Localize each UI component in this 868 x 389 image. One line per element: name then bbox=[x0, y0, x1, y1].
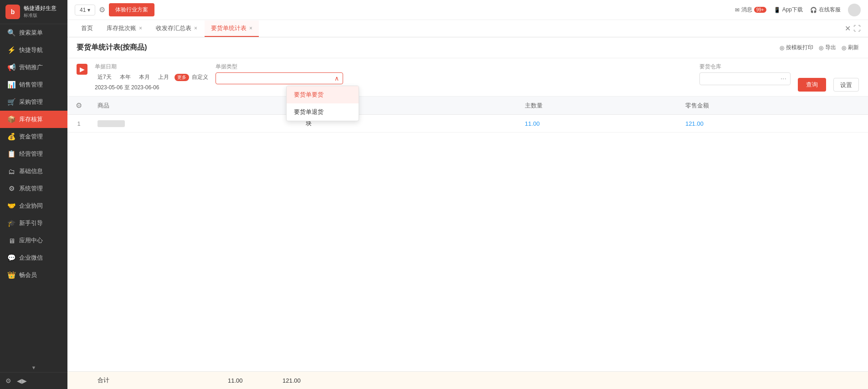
tab-3[interactable]: 要货单统计表× bbox=[205, 20, 259, 37]
window-expand-btn[interactable]: ⛶ bbox=[853, 25, 861, 33]
window-close-btn[interactable]: ✕ bbox=[845, 24, 851, 33]
sidebar-item-系统管理[interactable]: ⚙系统管理 bbox=[0, 180, 67, 197]
sidebar-label-7: 经营管理 bbox=[19, 150, 43, 158]
action-btn-按模板打印[interactable]: ◎按模板打印 bbox=[780, 44, 813, 51]
topbar-settings-icon[interactable]: ⚙ bbox=[99, 5, 105, 14]
warehouse-filter-input-wrapper: ··· bbox=[699, 72, 791, 85]
data-table: ⚙ 商品 主计量单位 主数量 零售金额 1 ██████ 块 11.00 121… bbox=[67, 97, 868, 133]
date-range-display: 2023-05-06 至 2023-06-06 bbox=[95, 84, 208, 92]
sidebar-label-12: 应用中心 bbox=[19, 236, 43, 245]
tab-1[interactable]: 库存批次账× bbox=[100, 20, 149, 37]
row-amount-0: 121.00 bbox=[678, 115, 868, 133]
warehouse-filter-label: 要货仓库 bbox=[699, 63, 791, 71]
date-custom-btn[interactable]: 自定义 bbox=[192, 73, 208, 81]
trial-button[interactable]: 体验行业方案 bbox=[109, 3, 154, 16]
sidebar-item-企业协同[interactable]: 🤝企业协同 bbox=[0, 197, 67, 215]
sidebar-label-11: 新手引导 bbox=[19, 219, 43, 227]
type-filter-input-wrapper: ∧ bbox=[216, 72, 343, 84]
product-name-blurred-0: ██████ bbox=[98, 120, 125, 127]
type-filter-group: 单据类型 ∧ bbox=[216, 63, 343, 84]
dropdown-option-要货单退货[interactable]: 要货单退货 bbox=[287, 103, 359, 121]
filter-expand-btn[interactable]: ▶ bbox=[77, 64, 87, 75]
footer-total-amount: 121.00 bbox=[275, 377, 330, 384]
message-icon: ✉ bbox=[735, 7, 740, 13]
query-button[interactable]: 查询 bbox=[798, 78, 826, 92]
row-seq-0: 1 bbox=[67, 115, 90, 133]
footer-total-qty: 11.00 bbox=[221, 377, 275, 384]
tab-close-3[interactable]: × bbox=[249, 25, 252, 31]
service-link[interactable]: 🎧 在线客服 bbox=[810, 6, 841, 14]
sidebar-item-应用中心[interactable]: 🖥应用中心 bbox=[0, 232, 67, 249]
sidebar-item-畅会员[interactable]: 👑畅会员 bbox=[0, 266, 67, 284]
type-filter-input[interactable] bbox=[220, 75, 334, 82]
column-settings-icon[interactable]: ⚙ bbox=[76, 102, 82, 109]
warehouse-filter-input[interactable] bbox=[704, 76, 781, 82]
tab-2[interactable]: 收发存汇总表× bbox=[149, 20, 204, 37]
sidebar-item-企业微信[interactable]: 💬企业微信 bbox=[0, 249, 67, 266]
action-btn-刷新[interactable]: ◎刷新 bbox=[842, 44, 859, 51]
date-filter-group: 单据日期 近7天本年本月上月 更多 自定义 2023-05-06 至 2023-… bbox=[95, 63, 208, 92]
table-col-qty: 主数量 bbox=[518, 97, 678, 115]
setting-button[interactable]: 设置 bbox=[833, 78, 859, 92]
table-col-settings: ⚙ bbox=[67, 97, 90, 115]
date-btn-本年[interactable]: 本年 bbox=[117, 72, 134, 82]
sidebar-item-销售管理[interactable]: 📊销售管理 bbox=[0, 76, 67, 93]
service-label: 在线客服 bbox=[819, 6, 841, 14]
sidebar-item-营销推广[interactable]: 📢营销推广 bbox=[0, 59, 67, 76]
tab-0[interactable]: 首页 bbox=[75, 20, 99, 37]
table-col-amount: 零售金额 bbox=[678, 97, 868, 115]
sidebar-label-4: 采购管理 bbox=[19, 98, 43, 106]
date-filter-row: 近7天本年本月上月 更多 自定义 bbox=[95, 72, 208, 82]
page-actions: ◎按模板打印◎导出◎刷新 bbox=[780, 44, 859, 51]
date-btn-上月[interactable]: 上月 bbox=[155, 72, 172, 82]
tabbar: 首页库存批次账×收发存汇总表×要货单统计表× ✕ ⛶ bbox=[67, 20, 868, 37]
date-btn-近7天[interactable]: 近7天 bbox=[95, 72, 114, 82]
sidebar-item-采购管理[interactable]: 🛒采购管理 bbox=[0, 93, 67, 111]
sidebar-label-2: 营销推广 bbox=[19, 63, 43, 72]
sidebar-item-搜索菜单[interactable]: 🔍搜索菜单 bbox=[0, 24, 67, 41]
sidebar-icon-14: 👑 bbox=[7, 271, 15, 279]
sidebar-label-3: 销售管理 bbox=[19, 81, 43, 89]
tab-close-1[interactable]: × bbox=[139, 25, 142, 31]
sidebar-label-1: 快捷导航 bbox=[19, 46, 43, 54]
date-btn-本月[interactable]: 本月 bbox=[136, 72, 153, 82]
sidebar-item-经营管理[interactable]: 📋经营管理 bbox=[0, 145, 67, 163]
sidebar-scroll-down[interactable]: ▼ bbox=[0, 363, 67, 372]
sidebar-item-资金管理[interactable]: 💰资金管理 bbox=[0, 128, 67, 145]
warehouse-filter-group: 要货仓库 ··· bbox=[699, 63, 791, 85]
sidebar-collapse-icon[interactable]: ◀▶ bbox=[17, 377, 27, 384]
messages-badge[interactable]: ✉ 消息 99+ bbox=[735, 6, 766, 14]
page-header: 要货单统计表(按商品) ◎按模板打印◎导出◎刷新 bbox=[67, 37, 868, 58]
app-download-link[interactable]: 📱 App下载 bbox=[774, 6, 803, 14]
table-footer: 合计 11.00 121.00 bbox=[67, 371, 868, 389]
sidebar-item-新手引导[interactable]: 🎓新手引导 bbox=[0, 215, 67, 232]
sidebar-item-快捷导航[interactable]: ⚡快捷导航 bbox=[0, 41, 67, 59]
type-filter-label: 单据类型 bbox=[216, 63, 343, 71]
type-dropdown-arrow[interactable]: ∧ bbox=[334, 75, 339, 82]
sidebar-icon-13: 💬 bbox=[7, 254, 15, 262]
sidebar-icon-11: 🎓 bbox=[7, 219, 15, 227]
sidebar-footer: ⚙ ◀▶ bbox=[0, 372, 67, 389]
sidebar-item-库存核算[interactable]: 📦库存核算 bbox=[0, 111, 67, 128]
sidebar-icon-1: ⚡ bbox=[7, 46, 15, 54]
user-avatar[interactable] bbox=[848, 4, 861, 16]
sidebar-logo: b 畅捷通好生意 标准版 bbox=[0, 0, 67, 24]
warehouse-more-icon[interactable]: ··· bbox=[781, 75, 786, 83]
sidebar-icon-3: 📊 bbox=[7, 81, 15, 89]
tab-label-1: 库存批次账 bbox=[107, 24, 136, 32]
action-icon-export: ◎ bbox=[819, 45, 823, 51]
store-selector[interactable]: 41 ▾ bbox=[75, 5, 95, 15]
sidebar-label-13: 企业微信 bbox=[19, 254, 43, 262]
topbar-right: ✉ 消息 99+ 📱 App下载 🎧 在线客服 bbox=[735, 4, 861, 16]
page-content: 要货单统计表(按商品) ◎按模板打印◎导出◎刷新 ▶ 单据日期 近7天本年本月上… bbox=[67, 37, 868, 389]
date-filter-label: 单据日期 bbox=[95, 63, 208, 71]
tab-close-2[interactable]: × bbox=[194, 25, 197, 31]
action-icon-refresh: ◎ bbox=[842, 45, 846, 51]
date-more-badge[interactable]: 更多 bbox=[175, 74, 189, 81]
filter-bar: ▶ 单据日期 近7天本年本月上月 更多 自定义 2023-05-06 至 202… bbox=[67, 58, 868, 97]
sidebar-item-基础信息[interactable]: 🗂基础信息 bbox=[0, 163, 67, 180]
sidebar-settings-icon[interactable]: ⚙ bbox=[5, 377, 11, 384]
dropdown-option-要货单要货[interactable]: 要货单要货 bbox=[287, 86, 359, 103]
action-btn-导出[interactable]: ◎导出 bbox=[819, 44, 836, 51]
messages-label: 消息 bbox=[741, 6, 752, 14]
